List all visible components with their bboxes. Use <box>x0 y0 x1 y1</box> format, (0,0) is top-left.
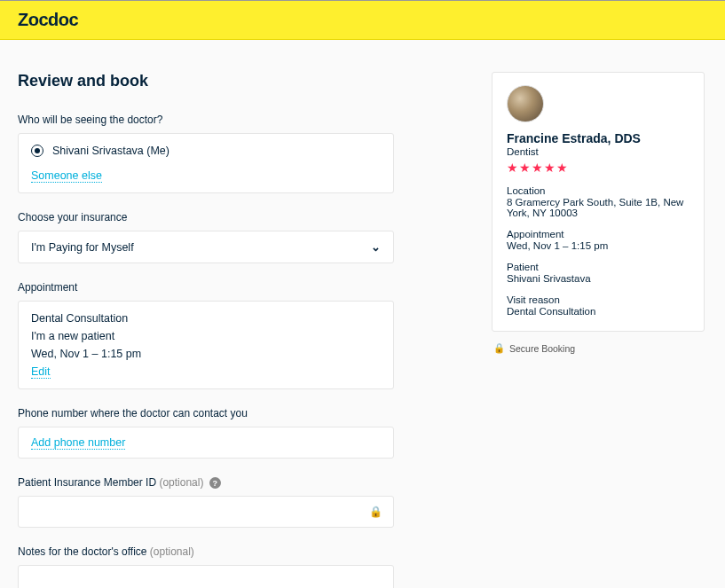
app-header: Zocdoc <box>0 1 725 40</box>
insurance-section-label: Choose your insurance <box>18 211 394 223</box>
appointment-card: Dental Consultation I'm a new patient We… <box>18 301 394 389</box>
chevron-down-icon: ⌄ <box>371 240 381 254</box>
visit-reason-label: Visit reason <box>507 294 690 305</box>
patient-section-label: Who will be seeing the doctor? <box>18 114 394 126</box>
member-id-input[interactable]: 🔒 <box>18 496 394 528</box>
doctor-card: Francine Estrada, DDS Dentist ★★★★★ Loca… <box>492 72 705 332</box>
member-id-optional: (optional) <box>159 476 203 489</box>
patient-value: Shivani Srivastava <box>507 273 690 284</box>
secure-booking-note: 🔒 Secure Booking <box>492 342 705 354</box>
location-value: 8 Gramercy Park South, Suite 1B, New Yor… <box>507 197 690 218</box>
doctor-name: Francine Estrada, DDS <box>507 131 690 145</box>
page-title: Review and book <box>18 72 394 90</box>
help-icon[interactable]: ? <box>209 477 221 489</box>
patient-label: Patient <box>507 262 690 272</box>
notes-optional: (optional) <box>150 545 194 558</box>
edit-appointment-link[interactable]: Edit <box>31 365 51 379</box>
appointment-time: Wed, Nov 1 – 1:15 pm <box>31 348 381 360</box>
notes-textarea[interactable] <box>18 565 394 588</box>
appointment-patient-status: I'm a new patient <box>31 330 381 342</box>
appointment-label: Appointment <box>507 229 690 239</box>
notes-label-text: Notes for the doctor's office <box>18 545 146 558</box>
appointment-section-label: Appointment <box>18 281 394 294</box>
lock-icon: 🔒 <box>493 342 505 354</box>
main-container: Review and book Who will be seeing the d… <box>0 40 725 588</box>
someone-else-link[interactable]: Someone else <box>31 169 102 183</box>
lock-icon: 🔒 <box>369 506 382 518</box>
doctor-specialty: Dentist <box>507 146 690 157</box>
summary-panel: Francine Estrada, DDS Dentist ★★★★★ Loca… <box>492 72 705 588</box>
secure-booking-text: Secure Booking <box>509 343 575 354</box>
insurance-select[interactable]: I'm Paying for Myself ⌄ <box>18 231 394 263</box>
member-id-label-text: Patient Insurance Member ID <box>18 476 156 489</box>
patient-me-option[interactable]: Shivani Srivastava (Me) <box>31 145 381 157</box>
insurance-selected-value: I'm Paying for Myself <box>31 241 134 254</box>
doctor-avatar <box>507 85 544 122</box>
add-phone-link[interactable]: Add phone number <box>31 436 125 450</box>
booking-form: Review and book Who will be seeing the d… <box>18 72 394 588</box>
phone-section-label: Phone number where the doctor can contac… <box>18 407 394 419</box>
patient-card: Shivani Srivastava (Me) Someone else <box>18 133 394 193</box>
appointment-reason: Dental Consultation <box>31 312 381 325</box>
notes-section-label: Notes for the doctor's office (optional) <box>18 545 394 558</box>
radio-icon <box>31 145 43 157</box>
appointment-value: Wed, Nov 1 – 1:15 pm <box>507 240 690 251</box>
location-label: Location <box>507 185 690 196</box>
member-id-section-label: Patient Insurance Member ID (optional) ? <box>18 476 394 489</box>
phone-card: Add phone number <box>18 427 394 459</box>
patient-me-label: Shivani Srivastava (Me) <box>52 145 169 157</box>
brand-logo[interactable]: Zocdoc <box>18 10 707 30</box>
visit-reason-value: Dental Consultation <box>507 306 690 317</box>
rating-stars: ★★★★★ <box>507 161 690 175</box>
